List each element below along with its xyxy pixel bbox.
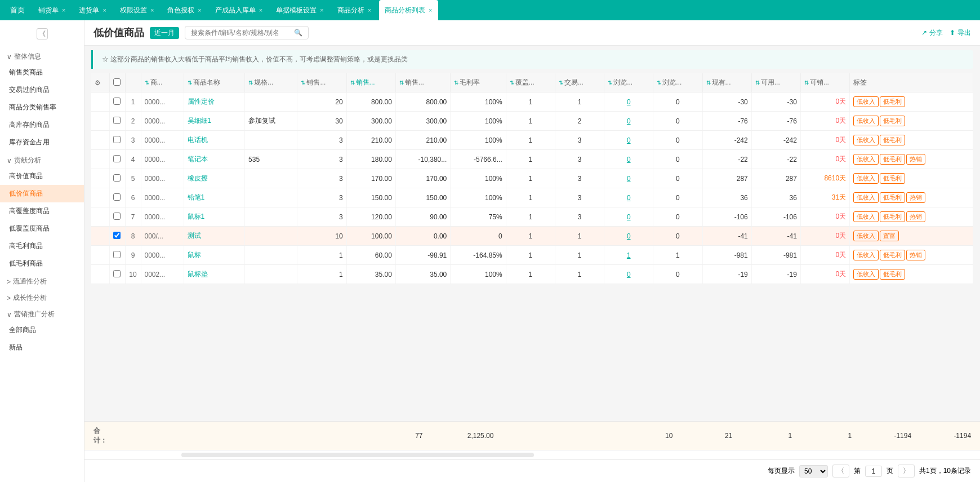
cell-name[interactable]: 电话机 — [184, 131, 245, 150]
sidebar-item-low-value[interactable]: 低价值商品 — [0, 185, 84, 202]
sidebar-section-growth[interactable]: > 成长性分析 — [0, 289, 84, 305]
cell-browse1[interactable]: 0 — [604, 188, 653, 207]
th-usable[interactable]: ⇅可用... — [751, 73, 800, 92]
nav-permission-settings[interactable]: 权限设置 × — [114, 0, 159, 20]
th-coverage[interactable]: ⇅覆盖... — [506, 73, 555, 92]
sidebar-item-high-stock[interactable]: 高库存的商品 — [0, 116, 84, 134]
th-code[interactable]: ⇅商... — [141, 73, 184, 92]
sidebar-section-overall[interactable]: ∨ 整体信息 — [0, 47, 84, 64]
sidebar-item-all-products[interactable]: 全部商品 — [0, 321, 84, 339]
cell-checkbox[interactable] — [109, 150, 125, 169]
cell-browse1[interactable]: 0 — [604, 227, 653, 246]
row-checkbox[interactable] — [113, 98, 121, 105]
sidebar-item-sales-products[interactable]: 销售类商品 — [0, 64, 84, 81]
close-sales-order-icon[interactable]: × — [62, 7, 65, 14]
cell-checkbox[interactable] — [109, 246, 125, 265]
current-page-input[interactable] — [865, 466, 882, 477]
cell-browse1[interactable]: 0 — [604, 112, 653, 131]
cell-name[interactable]: 吴细细1 — [184, 112, 245, 131]
cell-browse1[interactable]: 0 — [604, 169, 653, 188]
close-permission-icon[interactable]: × — [150, 7, 154, 14]
nav-home[interactable]: 首页 — [5, 0, 30, 20]
horizontal-scrollbar[interactable] — [181, 453, 534, 457]
select-all-checkbox[interactable] — [113, 78, 121, 86]
search-input[interactable] — [191, 29, 292, 37]
prev-page-button[interactable]: 〈 — [832, 465, 849, 477]
th-sales1[interactable]: ⇅销售... — [297, 73, 346, 92]
th-spec[interactable]: ⇅规格... — [245, 73, 297, 92]
close-analysis-icon[interactable]: × — [368, 7, 371, 14]
cell-browse1[interactable]: 0 — [604, 150, 653, 169]
cell-checkbox[interactable] — [109, 112, 125, 131]
close-purchase-order-icon[interactable]: × — [103, 7, 106, 14]
row-checkbox[interactable] — [113, 174, 121, 182]
th-sales2[interactable]: ⇅销售... — [346, 73, 395, 92]
cell-name[interactable]: 鼠标 — [184, 246, 245, 265]
cell-browse1[interactable]: 0 — [604, 92, 653, 112]
cell-name[interactable]: 铅笔1 — [184, 188, 245, 207]
row-checkbox[interactable] — [113, 193, 121, 201]
browse-link[interactable]: 1 — [627, 251, 631, 259]
nav-product-analysis[interactable]: 商品分析 × — [332, 0, 377, 20]
cell-checkbox[interactable] — [109, 207, 125, 227]
sidebar-item-high-margin[interactable]: 高毛利商品 — [0, 237, 84, 255]
cell-checkbox[interactable] — [109, 131, 125, 150]
cell-name[interactable]: 橡皮擦 — [184, 169, 245, 188]
close-template-icon[interactable]: × — [320, 7, 323, 14]
sidebar-item-traded-products[interactable]: 交易过的商品 — [0, 81, 84, 99]
next-page-button[interactable]: 〉 — [898, 465, 915, 477]
th-name[interactable]: ⇅商品名称 — [184, 73, 245, 92]
export-button[interactable]: ⬆ 导出 — [950, 28, 971, 38]
close-role-icon[interactable]: × — [198, 7, 201, 14]
browse-link[interactable]: 0 — [627, 136, 631, 144]
sidebar-item-low-coverage[interactable]: 低覆盖度商品 — [0, 220, 84, 237]
cell-browse1[interactable]: 1 — [604, 246, 653, 265]
browse-link[interactable]: 0 — [627, 213, 631, 221]
cell-checkbox[interactable] — [109, 169, 125, 188]
th-browse2[interactable]: ⇅浏览... — [653, 73, 702, 92]
cell-checkbox[interactable] — [109, 227, 125, 246]
th-trade[interactable]: ⇅交易... — [555, 73, 604, 92]
sidebar-item-high-coverage[interactable]: 高覆盖度商品 — [0, 202, 84, 220]
browse-link[interactable]: 0 — [627, 194, 631, 202]
cell-name[interactable]: 鼠标垫 — [184, 265, 245, 284]
sidebar-item-category-sales-rate[interactable]: 商品分类销售率 — [0, 99, 84, 116]
cell-checkbox[interactable] — [109, 188, 125, 207]
th-margin[interactable]: ⇅毛利率 — [451, 73, 506, 92]
sidebar-section-marketing[interactable]: ∨ 营销推广分析 — [0, 305, 84, 321]
th-sales3[interactable]: ⇅销售... — [395, 73, 450, 92]
sidebar-section-liquidity[interactable]: > 流通性分析 — [0, 272, 84, 289]
row-checkbox[interactable] — [113, 155, 121, 162]
th-current[interactable]: ⇅现有... — [702, 73, 751, 92]
nav-role-auth[interactable]: 角色授权 × — [162, 0, 207, 20]
browse-link[interactable]: 0 — [627, 232, 631, 240]
row-checkbox[interactable] — [113, 136, 121, 143]
sidebar-section-contribution[interactable]: ∨ 贡献分析 — [0, 151, 84, 167]
th-settings[interactable]: ⚙ — [91, 73, 109, 92]
row-checkbox[interactable] — [113, 117, 121, 124]
cell-name[interactable]: 属性定价 — [184, 92, 245, 112]
browse-link[interactable]: 0 — [627, 271, 631, 278]
nav-product-inbound[interactable]: 产成品入库单 × — [210, 0, 268, 20]
close-inbound-icon[interactable]: × — [259, 7, 262, 14]
nav-product-analysis-list[interactable]: 商品分析列表 × — [379, 0, 438, 20]
sidebar-collapse-button[interactable]: 《 — [37, 28, 48, 39]
browse-link[interactable]: 0 — [627, 98, 631, 106]
row-checkbox[interactable] — [113, 270, 121, 277]
th-checkbox[interactable] — [109, 73, 125, 92]
cell-browse1[interactable]: 0 — [604, 131, 653, 150]
data-table-container[interactable]: ⚙ ⇅商... ⇅商品名称 ⇅规格... ⇅销售... ⇅销售... ⇅销售..… — [84, 73, 980, 421]
browse-link[interactable]: 0 — [627, 156, 631, 163]
sidebar-item-low-margin[interactable]: 低毛利商品 — [0, 255, 84, 272]
th-sellable[interactable]: ⇅可销... — [800, 73, 849, 92]
nav-sales-order[interactable]: 销货单 × — [33, 0, 71, 20]
per-page-select[interactable]: 50 20 100 — [799, 465, 828, 477]
cell-checkbox[interactable] — [109, 265, 125, 284]
row-checkbox[interactable] — [113, 213, 121, 220]
browse-link[interactable]: 0 — [627, 175, 631, 183]
browse-link[interactable]: 0 — [627, 117, 631, 125]
row-checkbox[interactable] — [113, 251, 121, 258]
cell-name[interactable]: 测试 — [184, 227, 245, 246]
row-checkbox[interactable] — [113, 232, 121, 239]
th-browse1[interactable]: ⇅浏览... — [604, 73, 653, 92]
